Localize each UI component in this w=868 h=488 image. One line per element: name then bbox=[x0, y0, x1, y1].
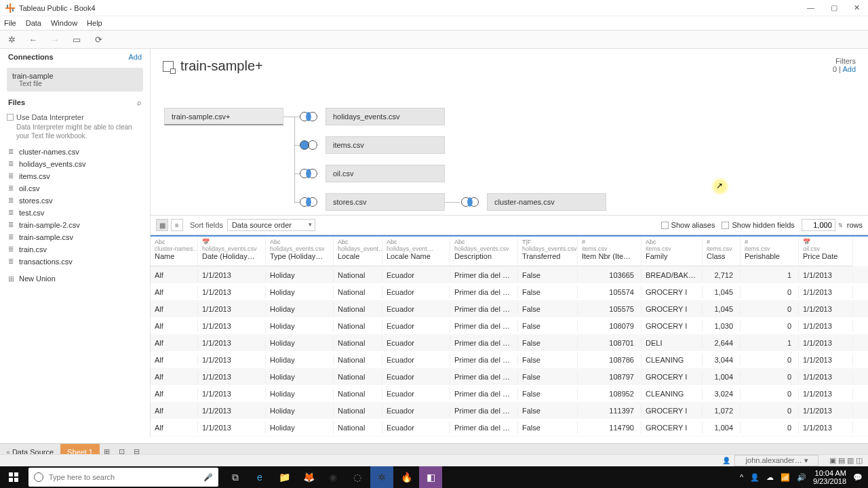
canvas: train-sample+ Filters 0 | Add train-samp… bbox=[151, 49, 868, 436]
presentation-icon[interactable]: ▣ ▤ ▥ ◫ bbox=[829, 456, 863, 465]
svg-rect-7 bbox=[14, 478, 18, 482]
app-icon-2[interactable]: 🔥 bbox=[395, 466, 418, 488]
task-view-icon[interactable]: ⧉ bbox=[224, 466, 247, 488]
maximize-button[interactable]: ▢ bbox=[831, 3, 837, 12]
rows-label: rows bbox=[847, 221, 863, 229]
column-header[interactable]: Abccluster-names…Name bbox=[151, 237, 198, 266]
menu-help[interactable]: Help bbox=[87, 19, 102, 27]
add-filter-button[interactable]: Add bbox=[842, 65, 856, 73]
tableau-taskbar-icon[interactable]: ✲ bbox=[370, 466, 393, 488]
column-header[interactable]: Abcholidays_events.csvDescription bbox=[450, 237, 518, 266]
sort-dropdown[interactable]: Data source order bbox=[227, 219, 315, 231]
filters-count: 0 bbox=[833, 65, 837, 73]
notifications-icon[interactable]: 💬 bbox=[853, 473, 863, 482]
close-button[interactable]: ✕ bbox=[854, 3, 860, 12]
interpreter-label: Use Data Interpreter bbox=[16, 113, 140, 121]
back-button[interactable]: ← bbox=[27, 35, 39, 45]
save-button[interactable]: ▭ bbox=[71, 35, 83, 45]
file-item[interactable]: test.csv bbox=[0, 207, 150, 219]
table-row[interactable]: Alf1/1/2013HolidayNationalEcuadorPrimer … bbox=[151, 436, 868, 436]
join-icon[interactable] bbox=[300, 140, 317, 150]
file-item[interactable]: cluster-names.csv bbox=[0, 146, 150, 158]
column-header[interactable]: T|Fholidays_events.csvTransferred bbox=[518, 237, 578, 266]
menu-window[interactable]: Window bbox=[51, 19, 77, 27]
forward-button[interactable]: → bbox=[49, 35, 61, 45]
table-clusters[interactable]: cluster-names.csv bbox=[487, 193, 606, 211]
join-canvas[interactable]: train-sample.csv+ holidays_events.csv it… bbox=[151, 79, 868, 215]
table-row[interactable]: Alf1/1/2013HolidayNationalEcuadorPrimer … bbox=[151, 317, 868, 334]
table-main[interactable]: train-sample.csv+ bbox=[164, 108, 283, 125]
chrome-icon[interactable]: ◉ bbox=[321, 466, 344, 488]
search-files-icon[interactable]: ⌕ bbox=[137, 98, 142, 106]
tray-up-icon[interactable]: ^ bbox=[740, 473, 743, 481]
tableau-icon[interactable]: ✲ bbox=[5, 35, 18, 45]
svg-rect-3 bbox=[12, 9, 14, 12]
wifi-icon[interactable]: 📶 bbox=[781, 473, 790, 482]
file-item[interactable]: train-sample.csv bbox=[0, 231, 150, 243]
app-icon[interactable]: ◌ bbox=[346, 466, 369, 488]
start-button[interactable] bbox=[0, 466, 27, 488]
minimize-button[interactable]: — bbox=[807, 3, 814, 12]
edge-icon[interactable]: e bbox=[248, 466, 271, 488]
aliases-checkbox[interactable] bbox=[661, 222, 669, 229]
column-header[interactable]: #items.csvPerishable bbox=[741, 237, 799, 266]
file-item[interactable]: stores.csv bbox=[0, 195, 150, 207]
file-item[interactable]: items.csv bbox=[0, 170, 150, 182]
file-item[interactable]: oil.csv bbox=[0, 182, 150, 195]
people-icon[interactable]: 👤 bbox=[750, 473, 760, 482]
datasource-title[interactable]: train-sample+ bbox=[180, 58, 263, 74]
clock[interactable]: 10:04 AM 9/23/2018 bbox=[813, 469, 846, 485]
add-connection-button[interactable]: Add bbox=[128, 53, 142, 61]
column-header[interactable]: Abcholidays_event…Locale bbox=[334, 237, 382, 266]
connection-item[interactable]: train-sample Text file bbox=[7, 68, 143, 92]
svg-rect-6 bbox=[9, 478, 13, 482]
table-row[interactable]: Alf1/1/2013HolidayNationalEcuadorPrimer … bbox=[151, 266, 868, 283]
table-stores[interactable]: stores.csv bbox=[326, 193, 445, 211]
refresh-button[interactable]: ⟳ bbox=[92, 35, 104, 45]
join-icon[interactable] bbox=[300, 168, 317, 179]
file-item[interactable]: transactions.csv bbox=[0, 256, 150, 268]
table-row[interactable]: Alf1/1/2013HolidayNationalEcuadorPrimer … bbox=[151, 351, 868, 368]
file-item[interactable]: holidays_events.csv bbox=[0, 158, 150, 170]
column-header[interactable]: Abcitems.csvFamily bbox=[642, 237, 703, 266]
column-header[interactable]: 📅holidays_events.csvDate (Holiday… bbox=[198, 237, 266, 266]
onedrive-icon[interactable]: ☁ bbox=[766, 473, 774, 482]
table-row[interactable]: Alf1/1/2013HolidayNationalEcuadorPrimer … bbox=[151, 385, 868, 402]
column-header[interactable]: #items.csvClass bbox=[703, 237, 741, 266]
mic-icon[interactable]: 🎤 bbox=[203, 473, 213, 482]
app-icon-3[interactable]: ◧ bbox=[419, 466, 442, 488]
taskbar-search[interactable]: Type here to search 🎤 bbox=[28, 468, 218, 487]
grid-view-button[interactable]: ▦ bbox=[156, 219, 168, 231]
hidden-checkbox[interactable] bbox=[722, 222, 729, 229]
rows-input[interactable] bbox=[802, 219, 835, 231]
join-icon[interactable] bbox=[300, 197, 317, 207]
firefox-icon[interactable]: 🦊 bbox=[297, 466, 320, 488]
table-holidays[interactable]: holidays_events.csv bbox=[326, 108, 445, 125]
table-row[interactable]: Alf1/1/2013HolidayNationalEcuadorPrimer … bbox=[151, 334, 868, 351]
files-label: Files bbox=[8, 98, 25, 106]
table-items[interactable]: items.csv bbox=[326, 136, 445, 154]
table-oil[interactable]: oil.csv bbox=[326, 165, 445, 182]
cursor-icon bbox=[711, 177, 730, 196]
column-header[interactable]: Abcholidays_events.csvType (Holiday… bbox=[266, 237, 334, 266]
new-union-button[interactable]: New Union bbox=[0, 270, 150, 287]
menu-data[interactable]: Data bbox=[26, 19, 41, 27]
interpreter-checkbox[interactable] bbox=[7, 114, 14, 121]
column-header[interactable]: Abcholidays_event…Locale Name bbox=[382, 237, 450, 266]
menu-file[interactable]: File bbox=[4, 19, 16, 27]
table-row[interactable]: Alf1/1/2013HolidayNationalEcuadorPrimer … bbox=[151, 368, 868, 385]
join-icon[interactable] bbox=[300, 111, 317, 122]
table-row[interactable]: Alf1/1/2013HolidayNationalEcuadorPrimer … bbox=[151, 283, 868, 300]
table-row[interactable]: Alf1/1/2013HolidayNationalEcuadorPrimer … bbox=[151, 402, 868, 419]
user-dropdown[interactable]: john.alexander… ▾ bbox=[734, 455, 818, 466]
join-icon[interactable] bbox=[461, 197, 479, 207]
file-item[interactable]: train-sample-2.csv bbox=[0, 219, 150, 231]
explorer-icon[interactable]: 📁 bbox=[273, 466, 296, 488]
file-item[interactable]: train.csv bbox=[0, 243, 150, 256]
column-header[interactable]: #items.csvItem Nbr (Ite… bbox=[578, 237, 642, 266]
table-row[interactable]: Alf1/1/2013HolidayNationalEcuadorPrimer … bbox=[151, 300, 868, 317]
volume-icon[interactable]: 🔊 bbox=[797, 473, 806, 482]
list-view-button[interactable]: ≡ bbox=[171, 219, 183, 231]
table-row[interactable]: Alf1/1/2013HolidayNationalEcuadorPrimer … bbox=[151, 419, 868, 436]
column-header[interactable]: 📅oil.csvPrice Date bbox=[799, 237, 853, 266]
